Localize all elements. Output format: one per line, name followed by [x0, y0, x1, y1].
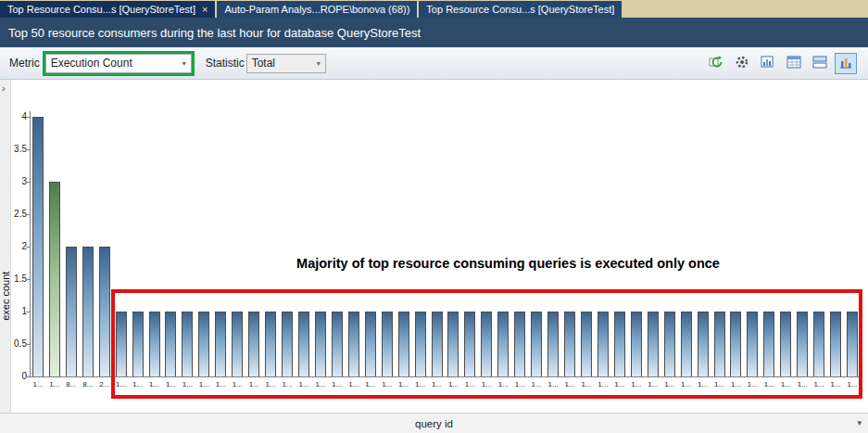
chart-bar[interactable]: [282, 312, 293, 376]
chart-bar[interactable]: [149, 312, 160, 376]
chart-bar[interactable]: [298, 312, 309, 376]
bar-chart-plot-area: Majority of top resource consuming queri…: [11, 80, 868, 413]
y-tick-mark: [26, 344, 30, 345]
chart-bar[interactable]: [365, 312, 376, 376]
chart-bar[interactable]: [714, 312, 725, 376]
split-view-button[interactable]: [809, 53, 831, 74]
tab-label: Auto-Param Analys...ROPE\bonova (68)): [224, 4, 409, 15]
chart-bar[interactable]: [32, 117, 44, 376]
x-axis-selector-chevron-icon[interactable]: ▾: [857, 418, 862, 427]
tab-auto-param-analysis[interactable]: Auto-Param Analys...ROPE\bonova (68)): [217, 1, 417, 18]
chart-bar[interactable]: [265, 312, 276, 376]
y-tick-mark: [26, 214, 30, 215]
y-tick-mark: [26, 117, 30, 118]
chart-bar[interactable]: [182, 312, 193, 376]
tab-label: Top Resource Consu...s [QueryStoreTest]: [426, 4, 614, 15]
chart-bar[interactable]: [830, 312, 841, 376]
chart-bar[interactable]: [82, 247, 94, 376]
chart-bar[interactable]: [614, 312, 625, 376]
chart-bar[interactable]: [847, 312, 858, 376]
chart-bar[interactable]: [547, 312, 559, 376]
y-tick-label: 4: [11, 111, 27, 121]
chart-annotation-text: Majority of top resource consuming queri…: [200, 256, 817, 271]
grid-view-button[interactable]: [783, 53, 805, 74]
chart-bar[interactable]: [432, 312, 443, 376]
track-query-button[interactable]: [757, 53, 779, 74]
chart-bar[interactable]: [315, 312, 326, 376]
y-axis-line: [30, 111, 31, 376]
x-tick-label: 1...: [842, 380, 862, 388]
chart-bar[interactable]: [99, 247, 110, 376]
chart-bar[interactable]: [564, 312, 575, 376]
settings-button[interactable]: [731, 53, 753, 74]
chart-bar[interactable]: [464, 312, 475, 376]
chart-bar[interactable]: [531, 312, 542, 376]
y-tick-label: 1.5: [11, 274, 27, 284]
chart-bar[interactable]: [165, 312, 176, 376]
chart-bar[interactable]: [497, 312, 509, 376]
tab-label: Top Resource Consu...s [QueryStoreTest]: [7, 4, 195, 15]
chart-bar[interactable]: [664, 312, 675, 376]
statistic-dropdown[interactable]: Total ▾: [246, 54, 326, 73]
chart-bar[interactable]: [730, 312, 741, 376]
track-query-chart-icon: [761, 55, 775, 72]
bar-chart-view-icon: [838, 55, 853, 72]
chart-bar[interactable]: [198, 312, 209, 376]
chart-bar[interactable]: [598, 312, 609, 376]
chart-bar[interactable]: [215, 312, 226, 376]
chart-bar[interactable]: [232, 312, 243, 376]
tab-top-resource-consumers-active[interactable]: Top Resource Consu...s [QueryStoreTest] …: [0, 1, 215, 18]
grid-view-icon: [786, 55, 801, 72]
x-axis-title: query id: [415, 418, 453, 429]
metric-dropdown-value: Execution Count: [51, 57, 132, 70]
chart-bar[interactable]: [797, 312, 808, 376]
y-tick-label: 2.5: [11, 209, 27, 219]
toolbar-icon-group: [705, 53, 862, 74]
bar-chart-view-button[interactable]: [835, 53, 857, 74]
chart-bar[interactable]: [66, 247, 77, 376]
chart-bar[interactable]: [332, 312, 343, 376]
x-axis-line: [30, 376, 862, 377]
refresh-button[interactable]: [705, 53, 727, 74]
chart-bar[interactable]: [116, 312, 127, 376]
chart-bar[interactable]: [648, 312, 659, 376]
y-tick-mark: [26, 376, 30, 377]
page-title: Top 50 resource consumers during the las…: [8, 26, 421, 40]
chart-bar[interactable]: [631, 312, 642, 376]
chart-bar[interactable]: [398, 312, 409, 376]
chart-bar[interactable]: [132, 312, 144, 376]
chart-bar[interactable]: [581, 312, 592, 376]
chart-bar[interactable]: [49, 182, 60, 376]
y-tick-mark: [26, 279, 30, 280]
chart-bar[interactable]: [747, 312, 758, 376]
y-tick-label: 0: [11, 371, 27, 381]
chart-bar[interactable]: [514, 312, 525, 376]
chart-bar[interactable]: [447, 312, 459, 376]
chart-bar[interactable]: [763, 312, 774, 376]
chart-bar[interactable]: [698, 312, 709, 376]
y-tick-label: 2: [11, 241, 27, 251]
report-title-bar: Top 50 resource consumers during the las…: [0, 18, 868, 47]
y-tick-label: 0.5: [11, 338, 27, 349]
metric-label: Metric: [9, 57, 40, 70]
metric-dropdown[interactable]: Execution Count ▾: [45, 54, 192, 73]
chart-bar[interactable]: [248, 312, 259, 376]
chart-bar[interactable]: [780, 312, 791, 376]
chart-bar[interactable]: [681, 312, 692, 376]
refresh-icon: [709, 55, 723, 72]
chart-bar[interactable]: [415, 312, 426, 376]
statistic-dropdown-value: Total: [252, 57, 275, 70]
chart-bar[interactable]: [813, 312, 824, 376]
chart-bar[interactable]: [348, 312, 359, 376]
statistic-label: Statistic: [206, 57, 245, 70]
y-tick-mark: [26, 247, 30, 248]
document-tab-bar: Top Resource Consu...s [QueryStoreTest] …: [0, 0, 868, 18]
chart-bar[interactable]: [382, 312, 393, 376]
chart-bar[interactable]: [481, 312, 492, 376]
tab-top-resource-consumers-2[interactable]: Top Resource Consu...s [QueryStoreTest]: [419, 1, 622, 18]
query-store-report-window: Top Resource Consu...s [QueryStoreTest] …: [0, 0, 868, 433]
y-axis-title: exec count: [0, 271, 11, 320]
close-icon[interactable]: ×: [202, 5, 208, 15]
expand-panel-chevron-icon[interactable]: ›: [2, 83, 6, 94]
y-tick-label: 1: [11, 306, 27, 316]
